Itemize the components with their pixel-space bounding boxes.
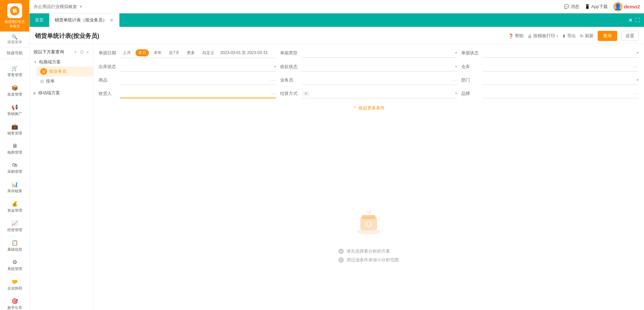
refresh-btn[interactable]: ↻ 刷新 <box>580 33 594 39</box>
salesperson-control[interactable]: ··· <box>302 75 458 85</box>
doc-status-arrow: ▾ <box>637 51 639 55</box>
goods-label: 商品 <box>99 77 117 83</box>
sidebar-item-2[interactable]: 📢营销推广 <box>6 101 23 120</box>
filter-row-3: 商品 ··· 业务员 ··· <box>99 75 639 85</box>
search-menu-btn[interactable]: 🔍 搜索菜单 <box>0 32 29 48</box>
out-status-control[interactable]: ▾ <box>120 62 276 71</box>
print-icon: 🖨 <box>528 34 532 39</box>
shortcut-nav-btn[interactable]: 快捷导航 <box>0 48 29 59</box>
brand-control[interactable]: ··· <box>483 89 639 98</box>
department-arrow: ▾ <box>637 78 639 82</box>
tree-toggle-icon: ▼ <box>34 60 37 64</box>
left-panel-action-icons: ＋ ⊙ « <box>73 49 89 55</box>
sidebar-item-0[interactable]: 🛒零售管理 <box>6 62 23 81</box>
collapse-panel-icon[interactable]: « <box>86 49 89 55</box>
sidebar-item-5[interactable]: 🛍采购管理 <box>6 159 23 178</box>
filter-brand: 品牌 ··· <box>461 89 639 98</box>
date-this-year[interactable]: 本年 <box>151 49 164 56</box>
sidebar-item-7[interactable]: 💰资金管理 <box>6 197 23 217</box>
page-content: 销货单统计表(按业务员) ❓ 帮助 🖨 按模板打印 ▾ ⬇ 导出 <box>30 27 644 310</box>
doc-type-arrow: ▾ <box>455 51 457 55</box>
nav-menu: 🛒零售管理📦批发管理📢营销推广💼销售管理🖥电商管理🛍采购管理📊库存核算💰资金管理… <box>6 62 23 310</box>
tree-section-mobile[interactable]: ▶ 移动端方案 <box>30 89 93 97</box>
scheme-order-label: 按单 <box>46 78 55 84</box>
payment-status-control[interactable]: ▾ <box>302 62 458 71</box>
scheme-salesperson[interactable]: 按 按业务员 <box>36 66 93 76</box>
print-btn[interactable]: 🖨 按模板打印 ▾ <box>528 33 558 39</box>
date-custom[interactable]: 自定义 <box>200 49 217 56</box>
consignee-control[interactable]: ··· <box>120 89 276 98</box>
sidebar-item-1[interactable]: 📦批发管理 <box>6 81 23 101</box>
tree-section-desktop[interactable]: ▼ 电脑端方案 <box>30 58 93 66</box>
date-buttons: 上月 本月 本年 近7天 更多 自定义 2023-03-01 至 2023-03… <box>120 49 276 56</box>
svg-text:?: ? <box>367 221 370 227</box>
tab-sales-stats[interactable]: 销货单统计表（按业务员） ✕ <box>49 13 119 27</box>
doc-type-control[interactable]: ▾ <box>302 48 458 58</box>
move-toggle-icon: ▶ <box>34 91 36 95</box>
refresh-icon: ↻ <box>580 34 584 39</box>
date-last-7-days[interactable]: 近7天 <box>166 49 182 56</box>
collapse-icon: ⌃ <box>353 106 357 111</box>
grid-icon: ⊞ <box>40 79 44 84</box>
breadcrumb-area: 办公用品行业模拟账套 ▾ <box>34 4 82 10</box>
filter-row-2: 出库状态 ▾ 收款状态 ▾ <box>99 62 639 71</box>
date-last-month[interactable]: 上月 <box>120 49 133 56</box>
filter-goods: 商品 ··· <box>99 75 276 85</box>
help-btn[interactable]: ❓ 帮助 <box>508 33 524 39</box>
add-scheme-icon[interactable]: ＋ <box>73 49 78 55</box>
settlement-control[interactable]: ✕ ▾ <box>302 89 458 98</box>
collapse-conditions-btn[interactable]: ⌃ 收起更多条件 <box>99 102 639 114</box>
consignee-label: 收货人 <box>99 91 117 97</box>
maximize-icon[interactable]: ⛶ <box>635 17 640 23</box>
sidebar-item-4[interactable]: 🖥电商管理 <box>6 140 23 159</box>
date-label: 单据日期 <box>99 50 117 56</box>
tab-close-icon[interactable]: ✕ <box>110 17 114 23</box>
message-btn[interactable]: 💬 消息 <box>564 4 579 10</box>
warehouse-more-icon: ··· <box>633 64 639 69</box>
settlement-label: 结算方式 <box>280 91 299 97</box>
sidebar-item-11[interactable]: 🤝企业协同 <box>6 275 23 295</box>
sidebar-item-3[interactable]: 💼销售管理 <box>6 120 23 140</box>
goods-control[interactable]: ··· <box>120 75 276 85</box>
export-icon: ⬇ <box>562 34 566 39</box>
export-btn[interactable]: ⬇ 导出 <box>562 33 576 39</box>
download-icon: 📱 <box>585 4 590 9</box>
svg-text:畅: 畅 <box>12 8 17 13</box>
sidebar-item-9[interactable]: 📋基础信息 <box>6 236 23 256</box>
doc-status-control[interactable]: ▾ <box>483 48 639 58</box>
settlement-arrow: ▾ <box>455 91 457 96</box>
sidebar-item-8[interactable]: 📈经营管理 <box>6 217 23 236</box>
sidebar-item-12[interactable]: 🎯新手引导 <box>6 295 23 310</box>
sidebar-item-10[interactable]: ⚙系统管理 <box>6 256 23 275</box>
date-this-month[interactable]: 本月 <box>136 49 149 56</box>
top-header: 办公用品行业模拟账套 ▾ 💬 消息 📱 App下载 👤 demo2 <box>30 0 644 13</box>
user-avatar: 👤 <box>613 2 623 11</box>
tree-sub-desktop: 按 按业务员 ⊞ 按单 <box>30 66 93 86</box>
date-range-text: 2023-03-01 至 2023-03-31 <box>220 50 268 56</box>
out-status-label: 出库状态 <box>99 64 117 70</box>
query-button[interactable]: 查询 <box>598 31 617 41</box>
filter-row-1: 单据日期 上月 本月 本年 近7天 更多 自定义 <box>99 48 639 58</box>
scheme-order[interactable]: ⊞ 按单 <box>36 76 93 86</box>
main-area: 办公用品行业模拟账套 ▾ 💬 消息 📱 App下载 👤 demo2 首页 <box>30 0 644 310</box>
settlement-tag-close[interactable]: ✕ <box>304 91 308 96</box>
settings-button[interactable]: 设置 <box>621 31 639 41</box>
svg-rect-4 <box>362 215 375 219</box>
department-control[interactable]: ▾ <box>483 75 639 85</box>
close-window-icon[interactable]: ✕ <box>628 17 633 23</box>
breadcrumb-text: 办公用品行业模拟账套 <box>34 4 77 10</box>
user-profile-btn[interactable]: 👤 demo2 <box>613 2 640 11</box>
out-status-arrow: ▾ <box>274 64 276 69</box>
empty-tip-1: ① 请先选择要分析的方案 <box>338 247 399 256</box>
date-more[interactable]: 更多 <box>184 49 198 56</box>
department-label: 部门 <box>461 77 480 83</box>
sidebar-item-6[interactable]: 📊库存核算 <box>6 178 23 197</box>
tab-home[interactable]: 首页 <box>30 13 49 27</box>
edit-scheme-icon[interactable]: ⊙ <box>80 49 84 55</box>
app-download-btn[interactable]: 📱 App下载 <box>585 4 608 10</box>
scheme-icon: 按 <box>40 68 47 75</box>
warehouse-control[interactable]: ··· <box>483 62 639 71</box>
svg-line-7 <box>369 210 371 213</box>
filter-doc-type: 单据类型 ▾ <box>280 48 458 58</box>
content-body: 按以下方案查询 ＋ ⊙ « ▼ 电脑端方案 按 <box>30 44 644 310</box>
